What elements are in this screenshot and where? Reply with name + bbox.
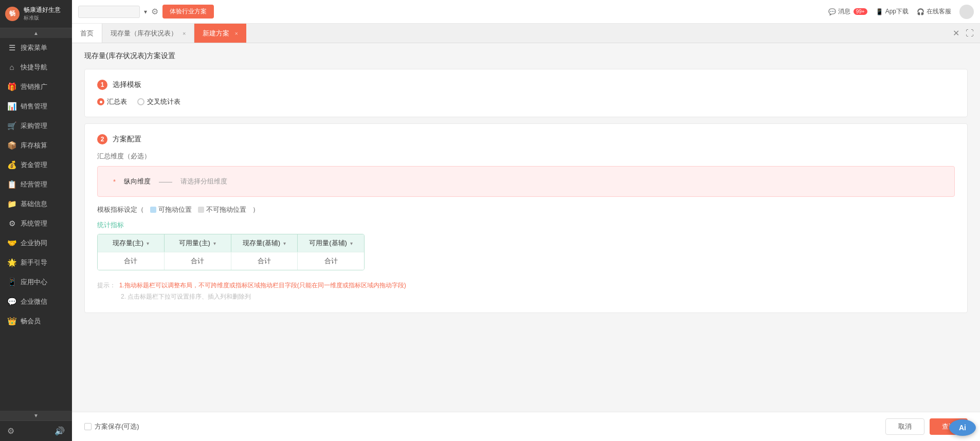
stats-label: 统计指标 bbox=[97, 220, 955, 230]
save-checkbox[interactable] bbox=[84, 423, 92, 430]
non-draggable-indicator: 不可拖动位置 bbox=[198, 205, 246, 214]
phone-icon: 📱 bbox=[7, 278, 16, 287]
clipboard-icon: 📋 bbox=[7, 180, 16, 189]
draggable-indicator: 可拖动位置 bbox=[150, 205, 192, 214]
sidebar-item-inventory[interactable]: 📦 库存核算 bbox=[0, 136, 72, 155]
col2-label: 可用量(主) bbox=[179, 238, 210, 248]
sidebar-item-shortcut[interactable]: ⌂ 快捷导航 bbox=[0, 58, 72, 77]
sidebar-item-label: 营销推广 bbox=[21, 82, 47, 91]
sidebar-item-finance[interactable]: 💰 资金管理 bbox=[0, 155, 72, 175]
sidebar-item-label: 库存核算 bbox=[21, 141, 47, 150]
save-checkbox-label[interactable]: 方案保存(可选) bbox=[84, 422, 139, 431]
sidebar-item-search[interactable]: ☰ 搜索菜单 bbox=[0, 38, 72, 58]
required-mark: * bbox=[113, 178, 116, 186]
window-close-button[interactable]: ✕ bbox=[951, 26, 961, 40]
online-service-item[interactable]: 🎧 在线客服 bbox=[917, 7, 951, 16]
step2-header: 2 方案配置 bbox=[97, 134, 955, 144]
step2-title: 方案配置 bbox=[113, 135, 141, 144]
audio-icon[interactable]: 🔊 bbox=[55, 426, 65, 436]
message-item[interactable]: 💬 消息 99+ bbox=[828, 7, 867, 16]
sidebar-item-enterprise[interactable]: 🤝 企业协同 bbox=[0, 233, 72, 253]
main-area: ▾ ⚙ 体验行业方案 💬 消息 99+ 📱 App下载 🎧 在线客服 首页 bbox=[72, 0, 980, 441]
sidebar-item-operations[interactable]: 📋 经营管理 bbox=[0, 175, 72, 194]
step2-card: 2 方案配置 汇总维度（必选） * 纵向维度 —— 请选择分组维度 模板指标设定… bbox=[84, 123, 968, 313]
logo-icon: 畅 bbox=[5, 7, 20, 21]
sidebar-item-appstore[interactable]: 📱 应用中心 bbox=[0, 272, 72, 292]
step2-badge: 2 bbox=[97, 134, 107, 144]
sidebar-item-marketing[interactable]: 🎁 营销推广 bbox=[0, 77, 72, 97]
topbar-right: 💬 消息 99+ 📱 App下载 🎧 在线客服 bbox=[828, 5, 974, 19]
dimension-placeholder[interactable]: 请选择分组维度 bbox=[180, 177, 227, 186]
new-scheme-tab-label: 新建方案 bbox=[203, 29, 229, 38]
trial-button[interactable]: 体验行业方案 bbox=[162, 5, 214, 19]
folder-icon: 📁 bbox=[7, 199, 16, 209]
sidebar-bottom: ⚙ 🔊 bbox=[0, 420, 72, 441]
step1-badge: 1 bbox=[97, 80, 107, 90]
user-avatar-item[interactable] bbox=[959, 5, 974, 19]
money-icon: 💰 bbox=[7, 160, 16, 170]
tab-home[interactable]: 首页 bbox=[72, 24, 102, 43]
phone-download-icon: 📱 bbox=[876, 8, 883, 15]
sidebar-item-basic[interactable]: 📁 基础信息 bbox=[0, 194, 72, 214]
radio-summary[interactable]: 汇总表 bbox=[97, 97, 127, 106]
search-icon: ☰ bbox=[7, 43, 16, 52]
sidebar-item-wechat[interactable]: 💬 企业微信 bbox=[0, 292, 72, 311]
tip-1: 1.拖动标题栏可以调整布局，不可跨维度或指标区域拖动栏目字段(只能在同一维度或指… bbox=[119, 282, 406, 289]
tab-inventory[interactable]: 现存量（库存状况表） × bbox=[102, 24, 194, 43]
col4-label: 可用量(基辅) bbox=[309, 238, 347, 248]
cell-4: 合计 bbox=[298, 252, 364, 270]
chart-icon: 📊 bbox=[7, 102, 16, 111]
sidebar-item-label: 资金管理 bbox=[21, 160, 47, 170]
tab-new-scheme[interactable]: 新建方案 × bbox=[194, 24, 246, 43]
window-controls: ✕ ⛶ bbox=[951, 26, 980, 40]
sidebar-scroll-down[interactable]: ▼ bbox=[0, 411, 72, 420]
sidebar-item-sales[interactable]: 📊 销售管理 bbox=[0, 97, 72, 116]
dimension-sublabel: 汇总维度（必选） bbox=[97, 152, 955, 161]
ai-button[interactable]: Ai bbox=[949, 419, 976, 436]
sidebar-item-label: 搜索菜单 bbox=[21, 43, 47, 52]
radio-cross[interactable]: 交叉统计表 bbox=[137, 97, 180, 106]
crown-icon: 👑 bbox=[7, 317, 16, 326]
radio-summary-label: 汇总表 bbox=[107, 97, 127, 106]
step1-title: 选择模板 bbox=[113, 80, 141, 89]
tip-prefix: 提示： 1.拖动标题栏可以调整布局，不可跨维度或指标区域拖动栏目字段(只能在同一… bbox=[97, 280, 955, 291]
tabs-bar: 首页 现存量（库存状况表） × 新建方案 × ✕ ⛶ bbox=[72, 24, 980, 43]
handshake-icon: 🤝 bbox=[7, 238, 16, 248]
box-icon: 📦 bbox=[7, 141, 16, 150]
stats-col-2[interactable]: 可用量(主) ▾ bbox=[165, 234, 231, 252]
window-expand-button[interactable]: ⛶ bbox=[964, 27, 976, 40]
bag-icon: 🛒 bbox=[7, 121, 16, 131]
sidebar-item-label: 销售管理 bbox=[21, 102, 47, 111]
settings-bottom-icon[interactable]: ⚙ bbox=[7, 426, 14, 436]
stats-table: 现存量(主) ▾ 可用量(主) ▾ 现存量(基辅) ▾ 可用量(基辅) bbox=[97, 234, 365, 270]
radio-cross-label: 交叉统计表 bbox=[147, 97, 180, 106]
stats-table-row: 合计 合计 合计 合计 bbox=[98, 252, 364, 270]
stats-col-1[interactable]: 现存量(主) ▾ bbox=[98, 234, 165, 252]
sidebar-scroll-up[interactable]: ▲ bbox=[0, 28, 72, 38]
sidebar-item-newbie[interactable]: 🌟 新手引导 bbox=[0, 253, 72, 272]
inventory-tab-close[interactable]: × bbox=[183, 30, 186, 36]
app-download-item[interactable]: 📱 App下载 bbox=[876, 7, 909, 16]
search-input[interactable] bbox=[78, 6, 140, 18]
stats-col-4[interactable]: 可用量(基辅) ▾ bbox=[298, 234, 364, 252]
new-scheme-tab-close[interactable]: × bbox=[234, 30, 238, 36]
dropdown-icon[interactable]: ▾ bbox=[144, 8, 147, 15]
star-icon: 🌟 bbox=[7, 258, 16, 267]
stats-section: 统计指标 现存量(主) ▾ 可用量(主) ▾ 现存量(基辅) bbox=[97, 220, 955, 272]
sidebar-item-label: 企业微信 bbox=[21, 297, 47, 306]
dimension-box: * 纵向维度 —— 请选择分组维度 bbox=[97, 166, 955, 197]
sidebar-item-system[interactable]: ⚙ 系统管理 bbox=[0, 214, 72, 233]
cell-2: 合计 bbox=[165, 252, 231, 270]
cancel-button[interactable]: 取消 bbox=[885, 418, 924, 435]
home-icon: ⌂ bbox=[7, 63, 16, 71]
stats-col-3[interactable]: 现存量(基辅) ▾ bbox=[231, 234, 298, 252]
col1-label: 现存量(主) bbox=[113, 238, 144, 248]
sidebar-item-purchase[interactable]: 🛒 采购管理 bbox=[0, 116, 72, 136]
sidebar-item-vip[interactable]: 👑 畅会员 bbox=[0, 311, 72, 331]
step1-header: 1 选择模板 bbox=[97, 80, 955, 90]
sidebar-item-label: 经营管理 bbox=[21, 180, 47, 189]
topbar-settings-icon[interactable]: ⚙ bbox=[151, 7, 158, 16]
cell-3: 合计 bbox=[231, 252, 298, 270]
sidebar-nav: ☰ 搜索菜单 ⌂ 快捷导航 🎁 营销推广 📊 销售管理 🛒 采购管理 📦 库存核… bbox=[0, 38, 72, 411]
col1-chevron: ▾ bbox=[147, 241, 149, 246]
